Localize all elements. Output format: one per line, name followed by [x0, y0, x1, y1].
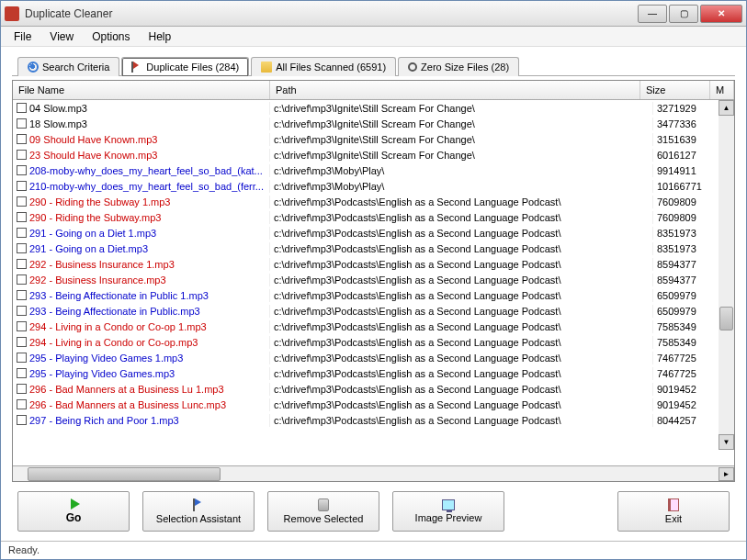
grid-body[interactable]: ▲ ▼ 04 Slow.mp3c:\drivef\mp3\Ignite\Stil…	[13, 100, 734, 465]
tab-label: Zero Size Files (28)	[421, 62, 509, 73]
table-row[interactable]: 294 - Living in a Condo or Co-op 1.mp3c:…	[13, 319, 734, 334]
row-checkbox[interactable]	[17, 150, 27, 160]
minimize-button[interactable]: —	[638, 5, 667, 23]
table-row[interactable]: 290 - Riding the Subway.mp3c:\drivef\mp3…	[13, 209, 734, 225]
row-checkbox[interactable]	[17, 165, 27, 175]
table-row[interactable]: 210-moby-why_does_my_heart_feel_so_bad_(…	[13, 178, 734, 194]
table-row[interactable]: 18 Slow.mp3c:\drivef\mp3\Ignite\Still Sc…	[13, 116, 734, 131]
col-path[interactable]: Path	[270, 81, 640, 99]
scroll-up-arrow[interactable]: ▲	[719, 100, 734, 116]
table-row[interactable]: 296 - Bad Manners at a Business Lunc.mp3…	[13, 397, 734, 412]
table-row[interactable]: 23 Should Have Known.mp3c:\drivef\mp3\Ig…	[13, 147, 734, 162]
table-row[interactable]: 292 - Business Insurance 1.mp3c:\drivef\…	[13, 256, 734, 272]
file-size: 8594377	[653, 258, 723, 271]
col-size[interactable]: Size	[640, 81, 710, 99]
table-row[interactable]: 296 - Bad Manners at a Business Lu 1.mp3…	[13, 381, 734, 397]
table-row[interactable]: 291 - Going on a Diet.mp3c:\drivef\mp3\P…	[13, 241, 734, 256]
row-checkbox[interactable]	[17, 415, 27, 425]
trash-icon	[318, 498, 329, 511]
table-row[interactable]: 04 Slow.mp3c:\drivef\mp3\Ignite\Still Sc…	[13, 100, 734, 116]
row-checkbox[interactable]	[17, 259, 27, 269]
table-row[interactable]: 293 - Being Affectionate in Public 1.mp3…	[13, 287, 734, 303]
col-m[interactable]: M	[710, 81, 734, 99]
row-checkbox[interactable]	[17, 212, 27, 222]
file-name: 04 Slow.mp3	[29, 103, 87, 114]
table-row[interactable]: 294 - Living in a Condo or Co-op.mp3c:\d…	[13, 334, 734, 350]
image-preview-button[interactable]: Image Preview	[392, 491, 504, 532]
table-row[interactable]: 295 - Playing Video Games 1.mp3c:\drivef…	[13, 350, 734, 365]
remove-selected-button[interactable]: Remove Selected	[267, 491, 379, 532]
table-row[interactable]: 295 - Playing Video Games.mp3c:\drivef\m…	[13, 365, 734, 381]
menu-help[interactable]: Help	[140, 28, 181, 45]
vertical-scrollbar[interactable]: ▲ ▼	[719, 100, 734, 450]
file-size: 3477336	[653, 118, 723, 130]
scroll-right-arrow[interactable]: ►	[719, 467, 734, 481]
table-row[interactable]: 291 - Going on a Diet 1.mp3c:\drivef\mp3…	[13, 225, 734, 241]
col-filename[interactable]: File Name	[13, 81, 270, 99]
sel-label: Selection Assistant	[156, 513, 241, 524]
file-path: c:\drivef\mp3\Podcasts\English as a Seco…	[270, 258, 653, 271]
file-size: 9019452	[653, 398, 723, 411]
file-path: c:\drivef\mp3\Podcasts\English as a Seco…	[270, 305, 653, 318]
hscroll-thumb[interactable]	[28, 467, 221, 481]
file-path: c:\drivef\mp3\Podcasts\English as a Seco…	[270, 227, 653, 240]
row-checkbox[interactable]	[17, 196, 27, 207]
file-name: 291 - Going on a Diet.mp3	[29, 243, 148, 254]
row-checkbox[interactable]	[17, 243, 27, 253]
file-name: 292 - Business Insurance 1.mp3	[29, 259, 175, 270]
tab-duplicate-files[interactable]: Duplicate Files (284)	[121, 57, 249, 76]
close-button[interactable]: ✕	[700, 5, 742, 23]
scroll-down-arrow[interactable]: ▼	[719, 434, 734, 450]
row-checkbox[interactable]	[17, 353, 27, 363]
row-checkbox[interactable]	[17, 274, 27, 285]
app-window: Duplicate Cleaner — ▢ ✕ File View Option…	[0, 0, 747, 560]
file-name: 23 Should Have Known.mp3	[29, 150, 157, 161]
table-row[interactable]: 297 - Being Rich and Poor 1.mp3c:\drivef…	[13, 412, 734, 428]
file-size: 7467725	[653, 367, 723, 380]
hscroll-track[interactable]	[13, 467, 719, 481]
row-checkbox[interactable]	[17, 306, 27, 316]
exit-button[interactable]: Exit	[617, 491, 730, 532]
rem-label: Remove Selected	[284, 513, 364, 524]
selection-assistant-button[interactable]: Selection Assistant	[142, 491, 255, 532]
table-row[interactable]: 293 - Being Affectionate in Public.mp3c:…	[13, 303, 734, 319]
zero-icon	[408, 62, 417, 72]
file-size: 7585349	[653, 336, 723, 349]
maximize-button[interactable]: ▢	[669, 5, 698, 23]
row-checkbox[interactable]	[17, 103, 27, 113]
row-checkbox[interactable]	[17, 181, 27, 191]
file-path: c:\drivef\mp3\Podcasts\English as a Seco…	[270, 367, 653, 380]
row-checkbox[interactable]	[17, 399, 27, 409]
tab-all-files[interactable]: All Files Scanned (6591)	[251, 57, 396, 76]
horizontal-scrollbar[interactable]: ◄ ►	[13, 465, 734, 481]
menu-view[interactable]: View	[40, 28, 83, 45]
row-checkbox[interactable]	[17, 118, 27, 129]
table-row[interactable]: 208-moby-why_does_my_heart_feel_so_bad_(…	[13, 162, 734, 178]
go-label: Go	[66, 511, 82, 524]
row-checkbox[interactable]	[17, 134, 27, 144]
file-path: c:\drivef\mp3\Ignite\Still Scream For Ch…	[270, 149, 653, 162]
menu-options[interactable]: Options	[83, 28, 139, 45]
file-path: c:\drivef\mp3\Ignite\Still Scream For Ch…	[270, 133, 653, 146]
file-name: 210-moby-why_does_my_heart_feel_so_bad_(…	[29, 181, 264, 192]
row-checkbox[interactable]	[17, 228, 27, 238]
monitor-icon	[442, 499, 455, 510]
table-row[interactable]: 292 - Business Insurance.mp3c:\drivef\mp…	[13, 272, 734, 287]
row-checkbox[interactable]	[17, 368, 27, 378]
folder-icon	[261, 62, 272, 73]
scroll-track[interactable]	[719, 116, 734, 434]
row-checkbox[interactable]	[17, 384, 27, 394]
tab-zero-size[interactable]: Zero Size Files (28)	[398, 57, 519, 76]
file-path: c:\drivef\mp3\Podcasts\English as a Seco…	[270, 398, 653, 411]
go-button[interactable]: Go	[17, 491, 130, 532]
scroll-thumb[interactable]	[719, 307, 733, 330]
table-row[interactable]: 290 - Riding the Subway 1.mp3c:\drivef\m…	[13, 194, 734, 209]
file-size: 6509979	[653, 289, 723, 302]
menu-file[interactable]: File	[5, 28, 40, 45]
row-checkbox[interactable]	[17, 337, 27, 347]
table-row[interactable]: 09 Should Have Known.mp3c:\drivef\mp3\Ig…	[13, 131, 734, 147]
row-checkbox[interactable]	[17, 321, 27, 331]
row-checkbox[interactable]	[17, 290, 27, 300]
tab-search-criteria[interactable]: Search Criteria	[17, 57, 119, 76]
file-path: c:\drivef\mp3\Podcasts\English as a Seco…	[270, 383, 653, 396]
